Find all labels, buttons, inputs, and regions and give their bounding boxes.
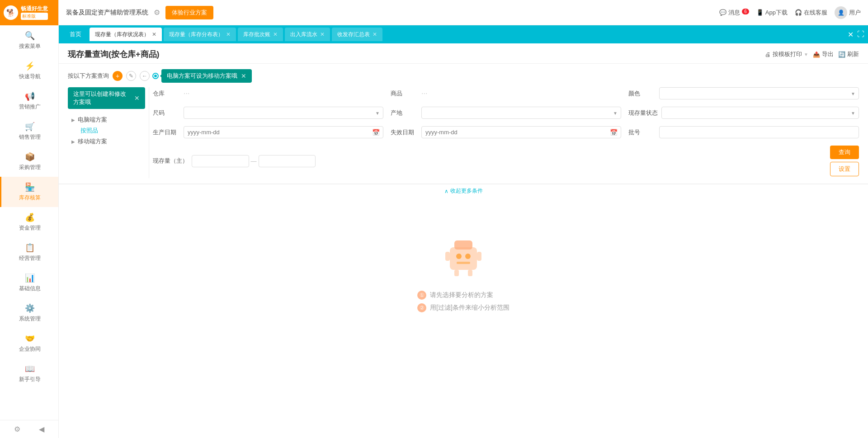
size-select-wrap: ▼ [184, 107, 383, 119]
export-btn[interactable]: 📤 导出 [813, 50, 834, 58]
filter-expire-date: 失效日期 📅 [391, 126, 621, 138]
print-btn[interactable]: 🖨 按模板打印 ▼ [765, 50, 808, 58]
collapse-bar[interactable]: ∧ 收起更多条件 [59, 184, 868, 198]
filter-add-btn[interactable]: + [113, 71, 123, 81]
origin-select[interactable] [421, 107, 621, 119]
filter-color: 颜色 ▼ [628, 87, 859, 99]
sidebar-item-search[interactable]: 🔍 搜索菜单 [0, 25, 58, 56]
svg-rect-7 [454, 270, 459, 276]
tab-inv-dist-close[interactable]: ✕ [226, 31, 231, 38]
warehouse-label: 仓库 [153, 89, 180, 98]
sidebar-item-inventory[interactable]: 🏪 库存核算 [0, 177, 58, 207]
filter-scheme-tree: 这里可以创建和修改方案哦 ✕ ▶ 电脑端方案 按照品 [68, 87, 149, 178]
filter-header: 按以下方案查询 + ✎ ← 电脑方案可设为移动方案哦 ✕ [68, 69, 859, 83]
tab-io-flow[interactable]: 出入库流水 ✕ [285, 28, 330, 41]
qty-from-input[interactable] [192, 155, 249, 167]
finance-nav-icon: 💰 [25, 212, 35, 222]
header-left: 装备及固定资产辅助管理系统 ⚙ 体验行业方案 [66, 6, 213, 19]
inventory-nav-icon: 🏪 [25, 182, 35, 192]
user-btn[interactable]: 👤 用户 [835, 6, 861, 19]
qty-range-sep: — [251, 158, 257, 165]
tab-close-all-icon[interactable]: ✕ [848, 30, 854, 39]
top-header: 装备及固定资产辅助管理系统 ⚙ 体验行业方案 💬 消息 6 📱 App下载 🎧 … [59, 0, 868, 25]
scheme-mobile-node[interactable]: ▶ 移动端方案 [68, 136, 145, 147]
tab-io-flow-close[interactable]: ✕ [320, 31, 325, 38]
scheme-byproduct-node[interactable]: 按照品 [77, 125, 145, 136]
qty-to-input[interactable] [259, 155, 316, 167]
pc-tooltip-close[interactable]: ✕ [241, 72, 246, 80]
inv-status-select[interactable] [661, 107, 859, 119]
sidebar-settings-icon[interactable]: ⚙ [14, 425, 20, 433]
expire-date-label: 失效日期 [391, 128, 418, 137]
tab-inv-status-close[interactable]: ✕ [152, 31, 156, 38]
scheme-tooltip-close[interactable]: ✕ [134, 94, 140, 102]
filter-grid-row1: 仓库 ··· 商品 ··· 颜色 ▼ [153, 87, 859, 103]
empty-tip-2: ② 用[过滤]条件来缩小分析范围 [417, 303, 509, 312]
filter-edit-btn[interactable]: ✎ [126, 71, 136, 81]
svg-rect-6 [477, 252, 481, 261]
tab-recv-summary-label: 收发存汇总表 [337, 31, 370, 38]
reset-button[interactable]: 设置 [830, 162, 859, 176]
expire-date-input[interactable] [421, 126, 621, 138]
logo-icon: 🐕 [4, 5, 18, 20]
sidebar-item-operations[interactable]: 📋 经营管理 [0, 237, 58, 268]
message-badge: 6 [742, 9, 749, 14]
pc-scheme-tooltip: 电脑方案可设为移动方案哦 ✕ [161, 69, 252, 83]
tab-home[interactable]: 首页 [62, 25, 89, 43]
scheme-pc-node[interactable]: ▶ 电脑端方案 [68, 114, 145, 125]
message-btn[interactable]: 💬 消息 6 [719, 9, 749, 17]
filter-back-btn[interactable]: ← [140, 71, 150, 81]
sidebar-item-system[interactable]: ⚙️ 系统管理 [0, 298, 58, 328]
tab-recv-summary[interactable]: 收发存汇总表 ✕ [332, 28, 382, 41]
warehouse-dots[interactable]: ··· [184, 89, 189, 98]
batch-input[interactable] [659, 126, 859, 138]
sidebar-collapse-icon[interactable]: ◀ [39, 425, 44, 433]
tab-inv-batch[interactable]: 库存批次账 ✕ [238, 28, 283, 41]
size-label: 尺码 [153, 109, 180, 117]
sidebar-item-corp[interactable]: 🤝 企业协同 [0, 328, 58, 358]
marketing-nav-icon: 📢 [25, 91, 35, 101]
sidebar-item-label: 经营管理 [19, 254, 41, 262]
message-icon: 💬 [719, 9, 726, 16]
sidebar-item-sales[interactable]: 🛒 销售管理 [0, 116, 58, 146]
sidebar-item-label: 采购管理 [19, 164, 41, 171]
filter-product: 商品 ··· [391, 87, 621, 99]
scheme-tooltip: 这里可以创建和修改方案哦 ✕ [68, 87, 145, 109]
service-btn[interactable]: 🎧 在线客服 [795, 9, 827, 17]
page-actions: 🖨 按模板打印 ▼ 📤 导出 🔄 刷新 [765, 50, 859, 58]
filter-grid-row2: 尺码 ▼ 产地 ▼ [153, 107, 859, 122]
pc-sub-schemes: 按照品 [68, 125, 145, 136]
sidebar-item-base[interactable]: 📊 基础信息 [0, 268, 58, 298]
sidebar-item-guide[interactable]: 📖 新手引导 [0, 358, 58, 389]
print-label: 按模板打印 [773, 50, 802, 58]
sidebar-item-quick[interactable]: ⚡ 快速导航 [0, 56, 58, 86]
origin-select-wrap: ▼ [421, 107, 621, 119]
inv-status-select-wrap: ▼ [661, 107, 859, 119]
tab-expand-icon[interactable]: ⛶ [857, 30, 864, 39]
trial-button[interactable]: 体验行业方案 [165, 6, 213, 19]
sidebar-item-finance[interactable]: 💰 资金管理 [0, 207, 58, 237]
size-select[interactable] [184, 107, 383, 119]
sidebar-item-purchase[interactable]: 📦 采购管理 [0, 146, 58, 177]
color-select[interactable] [659, 87, 859, 99]
product-dots[interactable]: ··· [421, 89, 427, 98]
refresh-btn[interactable]: 🔄 刷新 [838, 50, 859, 58]
tab-recv-summary-close[interactable]: ✕ [373, 31, 377, 38]
tab-inv-dist-label: 现存量（库存分布表） [169, 31, 223, 38]
sidebar-item-marketing[interactable]: 📢 营销推广 [0, 86, 58, 116]
tab-inv-batch-close[interactable]: ✕ [273, 31, 278, 38]
app-label: App下载 [765, 9, 788, 17]
mobile-scheme-label: 移动端方案 [78, 137, 107, 146]
app-download-btn[interactable]: 📱 App下载 [756, 9, 788, 17]
header-settings-icon[interactable]: ⚙ [154, 8, 160, 17]
pc-scheme-label: 电脑端方案 [78, 116, 107, 124]
tab-inv-dist[interactable]: 现存量（库存分布表） ✕ [164, 28, 236, 41]
filter-size: 尺码 ▼ [153, 107, 383, 119]
produce-date-input[interactable] [184, 126, 383, 138]
search-button[interactable]: 查询 [830, 146, 859, 159]
base-nav-icon: 📊 [25, 273, 35, 283]
sidebar-item-label: 搜索菜单 [19, 42, 41, 50]
export-icon: 📤 [813, 51, 820, 58]
sidebar-item-label: 销售管理 [19, 133, 41, 141]
tab-inv-status[interactable]: 现存量（库存状况表） ✕ [90, 28, 162, 41]
